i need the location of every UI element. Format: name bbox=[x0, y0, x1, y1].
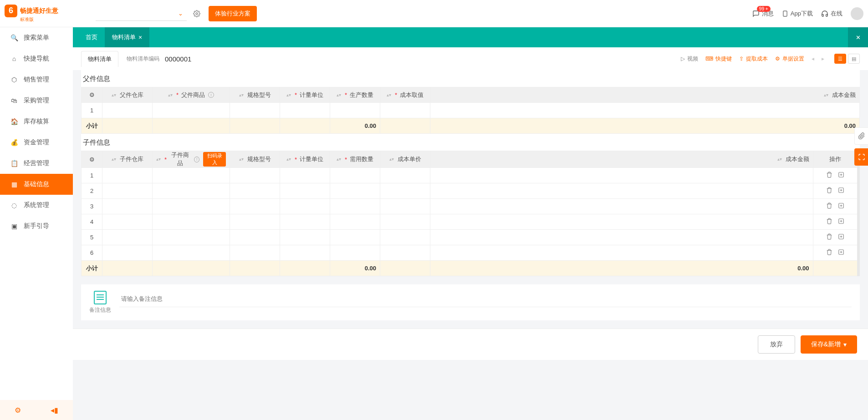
child-col-unit[interactable]: ▴▾*计量单位 bbox=[280, 151, 330, 168]
child-cell-needqty[interactable] bbox=[330, 199, 380, 214]
child-cell-unitcost[interactable] bbox=[380, 168, 430, 183]
child-cell-product[interactable] bbox=[153, 245, 230, 261]
child-cell-product[interactable] bbox=[153, 230, 230, 245]
child-cell-needqty[interactable] bbox=[330, 183, 380, 199]
parent-col-spec[interactable]: ▴▾规格型号 bbox=[230, 87, 280, 103]
sidebar-item-guide[interactable]: ▣新手引导 bbox=[0, 216, 73, 237]
child-cell-warehouse[interactable] bbox=[102, 230, 153, 245]
child-col-settings[interactable]: ⚙ bbox=[82, 151, 102, 168]
child-cell-product[interactable] bbox=[153, 214, 230, 230]
parent-col-product[interactable]: ▴▾*父件商品! bbox=[153, 87, 230, 103]
child-col-warehouse[interactable]: ▴▾子件仓库 bbox=[102, 151, 153, 168]
remarks-input[interactable] bbox=[119, 291, 852, 307]
extract-cost-link[interactable]: ⇪提取成本 bbox=[739, 55, 768, 63]
child-cell-spec[interactable] bbox=[230, 183, 280, 199]
app-download-button[interactable]: App下载 bbox=[782, 10, 813, 18]
parent-cell-costamount[interactable] bbox=[430, 103, 860, 118]
doc-tab-bom[interactable]: 物料清单 bbox=[81, 51, 118, 67]
close-all-tabs-button[interactable]: ✕ bbox=[848, 27, 868, 47]
shortcut-link[interactable]: ⌨快捷键 bbox=[705, 55, 732, 63]
child-cell-unit[interactable] bbox=[280, 183, 330, 199]
sidebar-item-quicknav[interactable]: ⌂快捷导航 bbox=[0, 48, 73, 69]
child-row[interactable]: 4 bbox=[82, 214, 859, 230]
expand-float-button[interactable] bbox=[854, 148, 868, 166]
child-cell-costamount[interactable] bbox=[430, 168, 813, 183]
child-col-costamount[interactable]: ▴▾成本金额 bbox=[430, 151, 813, 168]
child-cell-warehouse[interactable] bbox=[102, 245, 153, 261]
add-row-icon[interactable] bbox=[838, 187, 844, 193]
parent-col-unit[interactable]: ▴▾*计量单位 bbox=[280, 87, 330, 103]
child-cell-needqty[interactable] bbox=[330, 214, 380, 230]
child-row[interactable]: 2 bbox=[82, 183, 859, 199]
settings-gear-icon[interactable]: ⚙ bbox=[15, 406, 21, 415]
add-row-icon[interactable] bbox=[838, 233, 844, 240]
child-cell-product[interactable] bbox=[153, 199, 230, 214]
tab-bom[interactable]: 物料清单× bbox=[105, 27, 149, 47]
child-cell-warehouse[interactable] bbox=[102, 168, 153, 183]
parent-col-qty[interactable]: ▴▾*生产数量 bbox=[330, 87, 380, 103]
sidebar-item-basicinfo[interactable]: ▦基础信息 bbox=[0, 174, 73, 195]
parent-col-costamount[interactable]: ▴▾成本金额 bbox=[430, 87, 860, 103]
child-cell-needqty[interactable] bbox=[330, 168, 380, 183]
delete-row-icon[interactable] bbox=[826, 202, 832, 209]
parent-col-warehouse[interactable]: ▴▾父件仓库 bbox=[102, 87, 153, 103]
child-cell-unitcost[interactable] bbox=[380, 230, 430, 245]
delete-row-icon[interactable] bbox=[826, 233, 832, 240]
close-icon[interactable]: × bbox=[138, 34, 142, 41]
parent-cell-qty[interactable] bbox=[330, 103, 380, 118]
child-row[interactable]: 3 bbox=[82, 199, 859, 214]
child-col-spec[interactable]: ▴▾规格型号 bbox=[230, 151, 280, 168]
child-cell-warehouse[interactable] bbox=[102, 214, 153, 230]
child-cell-costamount[interactable] bbox=[430, 214, 813, 230]
video-link[interactable]: ▷视频 bbox=[681, 55, 698, 63]
scan-input-tag[interactable]: 扫码录入 bbox=[203, 152, 226, 167]
nav-prev-icon[interactable]: ◂ bbox=[812, 56, 814, 62]
child-cell-unit[interactable] bbox=[280, 168, 330, 183]
tab-home[interactable]: 首页 bbox=[78, 27, 105, 47]
sidebar-item-business[interactable]: 📋经营管理 bbox=[0, 153, 73, 174]
child-row[interactable]: 5 bbox=[82, 230, 859, 245]
child-cell-costamount[interactable] bbox=[430, 199, 813, 214]
child-cell-needqty[interactable] bbox=[330, 245, 380, 261]
delete-row-icon[interactable] bbox=[826, 172, 832, 178]
parent-row[interactable]: 1 bbox=[82, 103, 860, 118]
child-cell-costamount[interactable] bbox=[430, 230, 813, 245]
child-cell-unit[interactable] bbox=[280, 214, 330, 230]
delete-row-icon[interactable] bbox=[826, 187, 832, 193]
attachment-float-button[interactable] bbox=[854, 127, 868, 145]
collapse-sidebar-icon[interactable]: ◂▮ bbox=[51, 406, 58, 415]
child-row[interactable]: 1 bbox=[82, 168, 859, 183]
view-grid-button[interactable]: ▤ bbox=[848, 54, 860, 64]
child-col-unitcost[interactable]: ▴▾成本单价 bbox=[380, 151, 430, 168]
discard-button[interactable]: 放弃 bbox=[758, 335, 795, 354]
parent-col-costbasis[interactable]: ▴▾*成本取值 bbox=[380, 87, 430, 103]
delete-row-icon[interactable] bbox=[826, 218, 832, 224]
save-and-new-button[interactable]: 保存&新增▾ bbox=[801, 335, 857, 354]
parent-cell-costbasis[interactable] bbox=[380, 103, 430, 118]
child-cell-costamount[interactable] bbox=[430, 183, 813, 199]
parent-cell-spec[interactable] bbox=[230, 103, 280, 118]
delete-row-icon[interactable] bbox=[826, 249, 832, 255]
child-col-product[interactable]: ▴▾*子件商品!扫码录入 bbox=[153, 151, 230, 168]
org-selector[interactable]: ​ ⌄ bbox=[96, 6, 200, 21]
child-cell-unitcost[interactable] bbox=[380, 214, 430, 230]
child-cell-unitcost[interactable] bbox=[380, 245, 430, 261]
child-cell-product[interactable] bbox=[153, 168, 230, 183]
child-cell-unit[interactable] bbox=[280, 230, 330, 245]
sidebar-item-inventory[interactable]: 🏠库存核算 bbox=[0, 111, 73, 132]
sidebar-item-sales[interactable]: ⬡销售管理 bbox=[0, 69, 73, 90]
child-cell-warehouse[interactable] bbox=[102, 199, 153, 214]
child-cell-spec[interactable] bbox=[230, 199, 280, 214]
child-cell-warehouse[interactable] bbox=[102, 183, 153, 199]
add-row-icon[interactable] bbox=[838, 172, 844, 178]
online-support-button[interactable]: 在线 bbox=[821, 10, 842, 18]
messages-button[interactable]: 消息 99 + bbox=[752, 10, 774, 18]
child-cell-unitcost[interactable] bbox=[380, 199, 430, 214]
child-cell-spec[interactable] bbox=[230, 245, 280, 261]
experience-industry-button[interactable]: 体验行业方案 bbox=[209, 6, 257, 21]
child-cell-unitcost[interactable] bbox=[380, 183, 430, 199]
parent-cell-unit[interactable] bbox=[280, 103, 330, 118]
child-cell-unit[interactable] bbox=[280, 199, 330, 214]
add-row-icon[interactable] bbox=[838, 202, 844, 209]
child-col-needqty[interactable]: ▴▾*需用数量 bbox=[330, 151, 380, 168]
